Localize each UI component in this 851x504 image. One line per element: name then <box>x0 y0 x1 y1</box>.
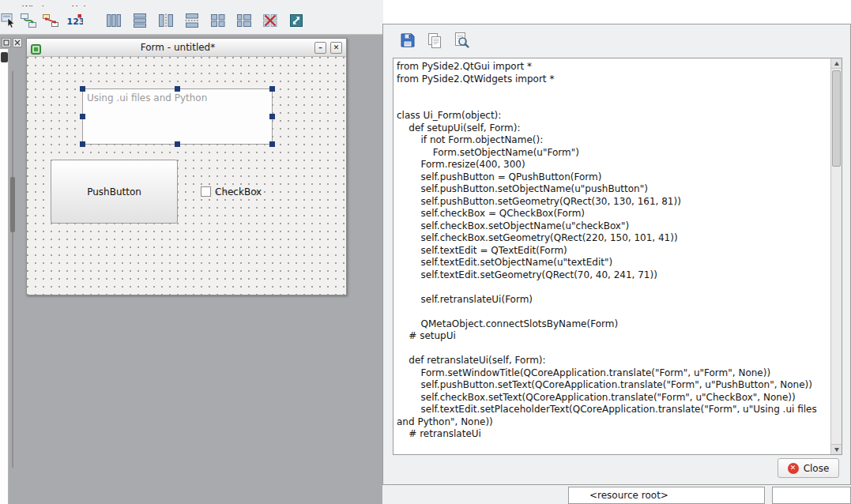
checkbox-widget[interactable]: CheckBox <box>201 175 281 208</box>
menubar: Window Help <box>0 0 383 6</box>
break-layout-icon[interactable] <box>262 12 279 29</box>
close-button[interactable]: ✕ Close <box>778 458 839 478</box>
edit-widgets-icon[interactable] <box>1 12 18 29</box>
vertical-scrollbar[interactable] <box>830 58 842 454</box>
layout-horizontal-icon[interactable] <box>105 12 122 29</box>
resource-root-item[interactable]: <resource root> <box>589 490 668 501</box>
selection-handle[interactable] <box>175 141 180 147</box>
resource-list[interactable] <box>772 487 851 504</box>
textedit-placeholder: Using .ui files and Python <box>87 92 207 103</box>
selection-handle[interactable] <box>80 86 85 92</box>
scrollbar-down-button[interactable] <box>831 444 842 454</box>
layout-horizontal-splitter-icon[interactable] <box>157 12 175 29</box>
form-titlebar[interactable]: Form - untitled* – ✕ <box>27 39 346 57</box>
selection-handle[interactable] <box>269 141 275 147</box>
resource-editor-fragment: <resource root> <box>382 485 851 504</box>
selection-handle[interactable] <box>80 141 85 147</box>
edit-tab-order-icon[interactable]: 123 <box>66 12 83 29</box>
checkbox-label: CheckBox <box>215 186 262 197</box>
code-preview-dialog: from PySide2.QtGui import * from PySide2… <box>382 24 851 485</box>
code-text[interactable]: from PySide2.QtGui import * from PySide2… <box>393 58 830 454</box>
code-editor[interactable]: from PySide2.QtGui import * from PySide2… <box>393 58 842 455</box>
selection-handle[interactable] <box>175 86 180 92</box>
selection-handle[interactable] <box>269 86 275 92</box>
layout-vertical-splitter-icon[interactable] <box>183 12 201 29</box>
widget-box-panel-edge <box>0 49 9 504</box>
minimize-button[interactable]: – <box>314 42 326 54</box>
close-button-label: Close <box>804 463 830 474</box>
save-icon[interactable] <box>397 30 418 51</box>
form-designer-window: Form - untitled* – ✕ Using .ui files and… <box>26 38 347 295</box>
find-icon[interactable] <box>451 30 472 51</box>
close-window-button[interactable]: ✕ <box>330 42 342 54</box>
dock-float-button[interactable] <box>2 38 11 47</box>
panel-splitter[interactable] <box>12 71 13 468</box>
scrollbar-thumb[interactable] <box>832 70 841 167</box>
widget-box-icon <box>1 52 8 62</box>
pushbutton-widget[interactable]: PushButton <box>51 160 178 224</box>
layout-vertical-icon[interactable] <box>131 12 149 29</box>
mdi-area: Form - untitled* – ✕ Using .ui files and… <box>0 35 383 504</box>
edit-signals-slots-icon[interactable] <box>20 12 37 29</box>
designer-form-icon <box>31 43 41 53</box>
qt-designer-window: Window Help <box>0 0 383 504</box>
code-dialog-toolbar <box>397 30 472 51</box>
scrollbar-up-button[interactable] <box>831 58 842 69</box>
form-window-title: Form - untitled* <box>45 42 311 53</box>
resource-tree[interactable]: <resource root> <box>568 487 765 504</box>
arrow-up-icon <box>834 62 839 66</box>
edit-buddies-icon[interactable] <box>42 12 59 29</box>
layout-form-icon[interactable] <box>235 12 253 29</box>
selection-handle[interactable] <box>80 114 85 119</box>
panel-scrollbar-thumb[interactable] <box>10 177 15 232</box>
selection-handle[interactable] <box>269 114 275 119</box>
copy-icon[interactable] <box>424 30 445 51</box>
close-circle-icon: ✕ <box>788 463 799 474</box>
textedit-widget[interactable]: Using .ui files and Python <box>82 88 273 145</box>
dock-close-button[interactable] <box>13 38 22 47</box>
checkbox-indicator <box>201 186 211 197</box>
svg-text:123: 123 <box>67 17 84 27</box>
adjust-size-icon[interactable] <box>288 12 305 29</box>
layout-grid-icon[interactable] <box>209 12 227 29</box>
main-toolbar: 123 <box>0 6 383 35</box>
arrow-down-icon <box>834 448 839 452</box>
form-canvas[interactable]: Using .ui files and Python PushButton Ch… <box>27 57 346 295</box>
